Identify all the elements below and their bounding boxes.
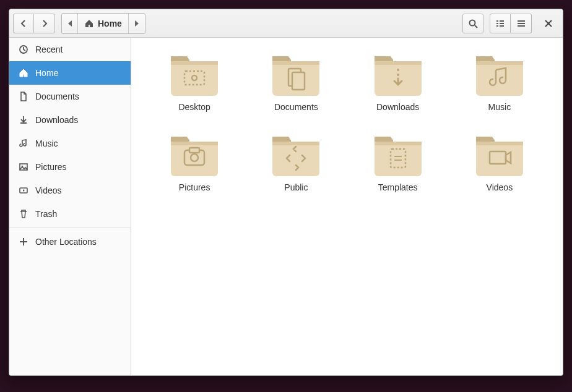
icon-grid: DesktopDocumentsDownloadsMusicPicturesPu… — [144, 50, 550, 192]
sidebar-item-label: Recent — [35, 45, 63, 54]
folder-label: Videos — [487, 182, 513, 192]
sidebar-item-label: Videos — [35, 185, 62, 195]
search-button[interactable] — [462, 14, 483, 33]
folder-music[interactable]: Music — [450, 50, 549, 112]
close-button[interactable] — [538, 14, 559, 33]
headerbar: Home — [9, 9, 563, 38]
file-manager-window: Home RecentHomeDocumentsDownloadsMusicP — [9, 9, 563, 376]
document-icon — [19, 92, 28, 101]
sidebar-item-downloads[interactable]: Downloads — [9, 108, 131, 132]
sidebar-item-documents[interactable]: Documents — [9, 85, 131, 108]
sidebar-item-label: Documents — [35, 92, 79, 101]
svg-rect-3 — [496, 23, 498, 24]
sidebar-item-label: Pictures — [35, 162, 67, 172]
view-buttons — [490, 14, 532, 33]
sidebar-item-label: Downloads — [35, 115, 78, 125]
folder-icon — [270, 130, 322, 177]
folder-label: Music — [488, 102, 511, 112]
folder-icon — [168, 130, 220, 177]
svg-rect-1 — [496, 20, 498, 22]
svg-rect-2 — [500, 20, 504, 22]
home-icon — [19, 68, 28, 78]
sidebar-item-other-locations[interactable]: Other Locations — [9, 230, 131, 254]
svg-rect-6 — [500, 25, 504, 27]
folder-icon — [372, 50, 424, 97]
folder-label: Pictures — [179, 182, 210, 192]
triangle-right-icon — [134, 20, 139, 27]
folder-icon — [270, 50, 322, 97]
sidebar: RecentHomeDocumentsDownloadsMusicPicture… — [9, 38, 131, 375]
home-icon — [84, 19, 94, 28]
download-icon — [19, 115, 28, 125]
close-icon — [544, 19, 553, 28]
list-view-button[interactable] — [490, 14, 511, 33]
svg-point-0 — [470, 20, 475, 25]
videos-icon — [19, 185, 28, 195]
back-button[interactable] — [13, 14, 34, 33]
sidebar-item-label: Music — [35, 138, 58, 148]
body: RecentHomeDocumentsDownloadsMusicPicture… — [9, 38, 563, 375]
folder-icon — [168, 50, 220, 97]
nav-buttons — [13, 14, 55, 33]
path-prev-button[interactable] — [62, 14, 78, 33]
path-segment-home[interactable]: Home — [78, 14, 129, 33]
hamburger-icon — [516, 19, 526, 28]
sidebar-item-label: Other Locations — [35, 237, 97, 247]
folder-label: Desktop — [178, 102, 210, 112]
folder-label: Templates — [378, 182, 418, 192]
folder-public[interactable]: Public — [246, 130, 345, 192]
music-icon — [19, 138, 28, 148]
folder-downloads[interactable]: Downloads — [349, 50, 448, 112]
sidebar-item-music[interactable]: Music — [9, 132, 131, 155]
sidebar-item-label: Trash — [35, 209, 57, 219]
clock-icon — [19, 45, 28, 54]
svg-rect-7 — [518, 20, 525, 22]
folder-desktop[interactable]: Desktop — [145, 50, 244, 112]
triangle-left-icon — [67, 20, 72, 27]
sidebar-item-home[interactable]: Home — [9, 61, 131, 85]
sidebar-item-recent[interactable]: Recent — [9, 38, 131, 61]
menu-button[interactable] — [511, 14, 532, 33]
forward-button[interactable] — [34, 14, 55, 33]
folder-icon — [474, 50, 526, 97]
folder-templates[interactable]: Templates — [349, 130, 448, 192]
folder-label: Downloads — [376, 102, 419, 112]
chevron-right-icon — [41, 20, 48, 27]
folder-label: Public — [284, 182, 308, 192]
sidebar-item-label: Home — [35, 68, 58, 78]
folder-documents[interactable]: Documents — [246, 50, 345, 112]
folder-pictures[interactable]: Pictures — [145, 130, 244, 192]
path-next-button[interactable] — [129, 14, 145, 33]
chevron-left-icon — [20, 20, 27, 27]
folder-icon — [474, 130, 526, 177]
plus-icon — [19, 237, 28, 247]
pictures-icon — [19, 162, 28, 172]
pathbar: Home — [61, 13, 145, 34]
svg-rect-9 — [518, 25, 525, 27]
list-icon — [495, 19, 505, 28]
folder-videos[interactable]: Videos — [450, 130, 549, 192]
folder-icon — [372, 130, 424, 177]
folder-label: Documents — [274, 102, 318, 112]
trash-icon — [19, 209, 28, 219]
sidebar-item-pictures[interactable]: Pictures — [9, 155, 131, 179]
path-segment-label: Home — [98, 19, 122, 28]
sidebar-separator — [9, 228, 131, 228]
svg-rect-5 — [496, 25, 498, 27]
content-area[interactable]: DesktopDocumentsDownloadsMusicPicturesPu… — [131, 38, 563, 375]
svg-rect-8 — [518, 23, 525, 24]
sidebar-item-videos[interactable]: Videos — [9, 179, 131, 202]
search-icon — [468, 19, 478, 28]
sidebar-item-trash[interactable]: Trash — [9, 202, 131, 226]
svg-rect-4 — [500, 23, 504, 24]
